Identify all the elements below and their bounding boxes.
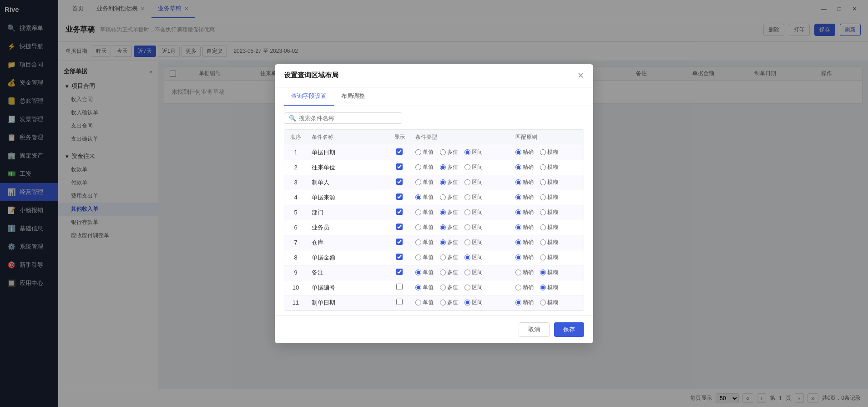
radio-type-range[interactable]: 区间 [464, 163, 483, 171]
td-type: 单值多值区间 [411, 295, 511, 310]
radio-type-multiple[interactable]: 多值 [440, 239, 458, 246]
radio-type-range[interactable]: 区间 [464, 148, 483, 156]
radio-label: 单值 [423, 269, 434, 276]
radio-match-exact[interactable]: 精确 [515, 284, 534, 291]
radio-label: 多值 [447, 193, 458, 201]
radio-label: 模糊 [547, 163, 558, 171]
td-match: 精确模糊 [511, 175, 584, 190]
radio-match-fuzzy[interactable]: 模糊 [540, 224, 558, 231]
radio-type-range[interactable]: 区间 [464, 193, 483, 201]
th-order: 顺序 [284, 130, 307, 145]
radio-type-single[interactable]: 单值 [415, 209, 434, 216]
radio-label: 多值 [447, 178, 458, 186]
radio-label: 精确 [523, 254, 534, 261]
td-match: 精确模糊 [511, 280, 584, 295]
radio-type-range[interactable]: 区间 [464, 209, 483, 216]
radio-label: 多值 [447, 209, 458, 216]
radio-type-single[interactable]: 单值 [415, 224, 434, 231]
modal-overlay: 设置查询区域布局 ✕ 查询字段设置 布局调整 🔍 顺序 条件名称 显示 [0, 0, 868, 407]
radio-match-fuzzy[interactable]: 模糊 [540, 148, 558, 156]
td-order: 5 [284, 205, 307, 220]
td-condition-name: 单据日期 [307, 145, 388, 160]
radio-type-multiple[interactable]: 多值 [440, 209, 458, 216]
td-condition-name: 单据金额 [307, 250, 388, 265]
radio-match-exact[interactable]: 精确 [515, 239, 534, 246]
td-order: 7 [284, 235, 307, 250]
cancel-btn[interactable]: 取消 [519, 322, 550, 337]
radio-type-range[interactable]: 区间 [464, 224, 483, 231]
show-checkbox[interactable] [396, 239, 403, 245]
show-checkbox[interactable] [396, 254, 403, 260]
radio-label: 精确 [523, 209, 534, 216]
radio-match-fuzzy[interactable]: 模糊 [540, 299, 558, 306]
radio-type-range[interactable]: 区间 [464, 239, 483, 246]
radio-type-multiple[interactable]: 多值 [440, 284, 458, 291]
show-checkbox[interactable] [396, 209, 403, 215]
radio-match-fuzzy[interactable]: 模糊 [540, 284, 558, 291]
radio-type-single[interactable]: 单值 [415, 284, 434, 291]
modal-tab-fields[interactable]: 查询字段设置 [284, 87, 334, 106]
radio-type-multiple[interactable]: 多值 [440, 299, 458, 306]
radio-type-single[interactable]: 单值 [415, 193, 434, 201]
modal-save-btn[interactable]: 保存 [554, 322, 584, 337]
show-checkbox[interactable] [396, 299, 403, 305]
radio-type-multiple[interactable]: 多值 [440, 269, 458, 276]
radio-match-fuzzy[interactable]: 模糊 [540, 193, 558, 201]
radio-label: 单值 [423, 224, 434, 231]
radio-type-multiple[interactable]: 多值 [440, 148, 458, 156]
radio-type-range[interactable]: 区间 [464, 269, 483, 276]
radio-type-single[interactable]: 单值 [415, 163, 434, 171]
radio-label: 区间 [472, 209, 483, 216]
radio-type-range[interactable]: 区间 [464, 299, 483, 306]
radio-type-multiple[interactable]: 多值 [440, 178, 458, 186]
modal-close-btn[interactable]: ✕ [577, 71, 584, 81]
radio-type-multiple[interactable]: 多值 [440, 193, 458, 201]
radio-type-range[interactable]: 区间 [464, 178, 483, 186]
radio-type-single[interactable]: 单值 [415, 148, 434, 156]
modal-tab-layout[interactable]: 布局调整 [334, 87, 372, 106]
radio-type-multiple[interactable]: 多值 [440, 254, 458, 261]
radio-match-fuzzy[interactable]: 模糊 [540, 239, 558, 246]
radio-type-multiple[interactable]: 多值 [440, 163, 458, 171]
radio-type-single[interactable]: 单值 [415, 178, 434, 186]
radio-label: 模糊 [547, 299, 558, 306]
table-row: 1单据日期单值多值区间精确模糊 [284, 145, 584, 160]
radio-match-exact[interactable]: 精确 [515, 178, 534, 186]
search-row: 🔍 [284, 112, 402, 124]
radio-match-fuzzy[interactable]: 模糊 [540, 209, 558, 216]
radio-type-range[interactable]: 区间 [464, 284, 483, 291]
radio-type-single[interactable]: 单值 [415, 254, 434, 261]
show-checkbox[interactable] [396, 224, 403, 230]
td-condition-name: 往来单位 [307, 160, 388, 175]
show-checkbox[interactable] [396, 148, 403, 155]
table-row: 4单据来源单值多值区间精确模糊 [284, 190, 584, 205]
radio-label: 模糊 [547, 269, 558, 276]
show-checkbox[interactable] [396, 269, 403, 275]
radio-match-fuzzy[interactable]: 模糊 [540, 269, 558, 276]
show-checkbox[interactable] [396, 193, 403, 200]
radio-match-fuzzy[interactable]: 模糊 [540, 254, 558, 261]
radio-match-fuzzy[interactable]: 模糊 [540, 178, 558, 186]
radio-match-exact[interactable]: 精确 [515, 224, 534, 231]
show-checkbox[interactable] [396, 284, 403, 290]
radio-match-exact[interactable]: 精确 [515, 193, 534, 201]
radio-type-single[interactable]: 单值 [415, 239, 434, 246]
radio-match-exact[interactable]: 精确 [515, 148, 534, 156]
show-checkbox[interactable] [396, 178, 403, 185]
td-show [388, 190, 411, 205]
radio-label: 区间 [472, 193, 483, 201]
radio-type-single[interactable]: 单值 [415, 299, 434, 306]
radio-match-fuzzy[interactable]: 模糊 [540, 163, 558, 171]
radio-type-range[interactable]: 区间 [464, 254, 483, 261]
radio-match-exact[interactable]: 精确 [515, 209, 534, 216]
radio-match-exact[interactable]: 精确 [515, 163, 534, 171]
radio-match-exact[interactable]: 精确 [515, 269, 534, 276]
search-input[interactable] [299, 115, 390, 122]
radio-type-single[interactable]: 单值 [415, 269, 434, 276]
radio-match-exact[interactable]: 精确 [515, 254, 534, 261]
show-checkbox[interactable] [396, 163, 403, 170]
radio-match-exact[interactable]: 精确 [515, 299, 534, 306]
td-show [388, 265, 411, 280]
modal-body: 🔍 顺序 条件名称 显示 条件类型 匹配原则 1单据日期 [275, 106, 593, 311]
radio-type-multiple[interactable]: 多值 [440, 224, 458, 231]
